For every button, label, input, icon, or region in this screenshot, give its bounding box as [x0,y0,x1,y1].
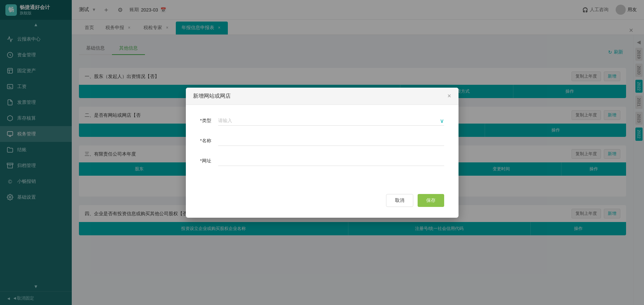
dialog-close-button[interactable]: × [447,93,451,99]
field-required-type: *类型 [200,117,218,124]
field-required-url: *网址 [200,158,218,164]
type-input[interactable] [218,116,444,126]
form-row-type: *类型 ∨ [200,116,444,126]
save-button[interactable]: 保存 [418,194,444,207]
field-name [218,136,444,146]
form-row-url: *网址 [200,156,444,166]
dialog-title: 新增网站或网店 [193,93,231,100]
dialog-header: 新增网站或网店 × [186,88,459,105]
dialog-footer: 取消 保存 [186,187,459,218]
field-required-name: *名称 [200,138,218,144]
name-input[interactable] [218,136,444,146]
url-input[interactable] [218,156,444,166]
cancel-button[interactable]: 取消 [386,194,413,207]
dialog-body: *类型 ∨ *名称 *网址 [186,105,459,187]
field-type: ∨ [218,116,444,126]
form-row-name: *名称 [200,136,444,146]
dialog-overlay: 新增网站或网店 × *类型 ∨ *名称 [0,0,644,305]
dialog-add-website: 新增网站或网店 × *类型 ∨ *名称 [186,88,459,218]
field-url [218,156,444,166]
dropdown-icon: ∨ [440,117,444,124]
